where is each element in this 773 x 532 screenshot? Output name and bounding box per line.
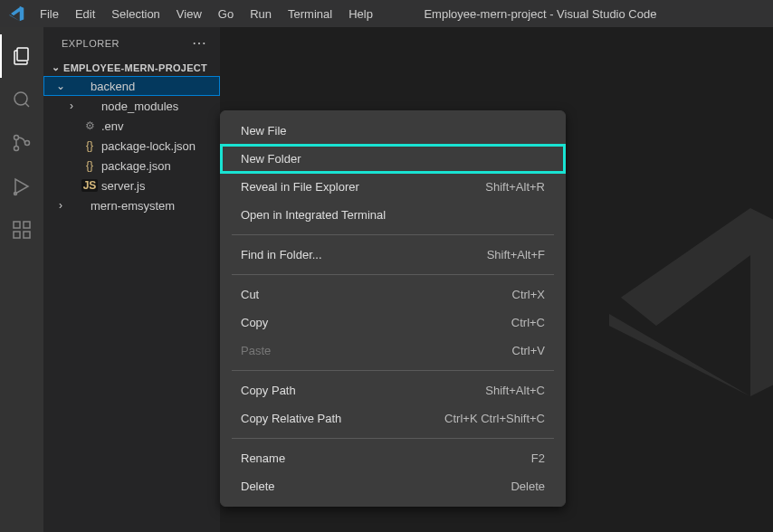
tree-item-package-lock-json[interactable]: {}package-lock.json bbox=[43, 136, 220, 156]
sidebar-title: EXPLORER bbox=[62, 38, 119, 49]
tree-item-mern-emsystem[interactable]: ›mern-emsystem bbox=[43, 195, 220, 215]
context-menu-label: New File bbox=[241, 124, 287, 138]
svg-point-3 bbox=[14, 147, 19, 151]
search-activity-icon[interactable] bbox=[0, 78, 43, 121]
tree-item-label: node_modules bbox=[101, 100, 178, 113]
explorer-activity-icon[interactable] bbox=[0, 34, 43, 78]
run-debug-activity-icon[interactable] bbox=[0, 165, 43, 208]
activity-bar bbox=[0, 27, 43, 532]
context-menu-label: Rename bbox=[241, 451, 285, 465]
context-menu-shortcut: Ctrl+X bbox=[512, 288, 545, 301]
context-menu-new-folder[interactable]: New Folder bbox=[221, 145, 565, 173]
context-menu-find-in-folder[interactable]: Find in Folder...Shift+Alt+F bbox=[221, 241, 565, 269]
context-menu-separator bbox=[232, 274, 554, 275]
explorer-sidebar: EXPLORER ⋯ ⌄ EMPLOYEE-MERN-PROJECT ⌄back… bbox=[43, 27, 220, 532]
context-menu-paste: PasteCtrl+V bbox=[221, 337, 565, 365]
context-menu-label: Copy Relative Path bbox=[241, 412, 341, 425]
chevron-icon: ⌄ bbox=[54, 80, 67, 92]
chevron-icon: › bbox=[54, 199, 67, 212]
context-menu-copy[interactable]: CopyCtrl+C bbox=[221, 309, 565, 337]
context-menu-label: Copy Path bbox=[241, 384, 296, 397]
context-menu-label: Find in Folder... bbox=[241, 248, 322, 261]
context-menu-shortcut: Shift+Alt+C bbox=[485, 384, 545, 397]
context-menu-cut[interactable]: CutCtrl+X bbox=[221, 280, 565, 309]
tree-item-backend[interactable]: ⌄backend bbox=[43, 76, 220, 96]
tree-item-server-js[interactable]: JSserver.js bbox=[43, 176, 220, 195]
menu-help[interactable]: Help bbox=[341, 4, 380, 24]
tree-item--env[interactable]: ⚙.env bbox=[43, 116, 220, 136]
sidebar-header: EXPLORER ⋯ bbox=[43, 27, 220, 59]
context-menu-shortcut: Shift+Alt+F bbox=[487, 248, 545, 261]
tree-item-label: .env bbox=[101, 119, 124, 133]
chevron-down-icon: ⌄ bbox=[49, 62, 63, 73]
vscode-watermark-icon bbox=[574, 185, 773, 423]
context-menu-shortcut: F2 bbox=[531, 451, 545, 465]
context-menu-label: Paste bbox=[241, 344, 271, 357]
menu-file[interactable]: File bbox=[33, 4, 66, 24]
tree-item-package-json[interactable]: {}package.json bbox=[43, 156, 220, 176]
source-control-activity-icon[interactable] bbox=[0, 121, 43, 165]
menu-go[interactable]: Go bbox=[211, 4, 241, 24]
chevron-icon: › bbox=[65, 100, 78, 112]
tree-item-label: package.json bbox=[101, 159, 171, 173]
more-actions-icon[interactable]: ⋯ bbox=[192, 34, 207, 52]
context-menu-separator bbox=[232, 234, 554, 235]
context-menu-label: Cut bbox=[241, 288, 259, 301]
svg-point-1 bbox=[14, 92, 27, 105]
file-tree: ⌄backend›node_modules⚙.env{}package-lock… bbox=[43, 76, 220, 215]
context-menu-rename[interactable]: RenameF2 bbox=[221, 444, 565, 472]
menu-run[interactable]: Run bbox=[243, 4, 279, 24]
context-menu-label: Copy bbox=[241, 316, 268, 329]
context-menu-label: Delete bbox=[241, 480, 275, 493]
titlebar: FileEditSelectionViewGoRunTerminalHelp E… bbox=[0, 0, 773, 27]
svg-rect-8 bbox=[24, 232, 30, 238]
menu-view[interactable]: View bbox=[169, 4, 209, 24]
json-icon: {} bbox=[81, 159, 98, 172]
context-menu-separator bbox=[232, 438, 554, 439]
context-menu-delete[interactable]: DeleteDelete bbox=[221, 472, 565, 500]
context-menu-label: Open in Integrated Terminal bbox=[241, 208, 386, 222]
js-icon: JS bbox=[81, 179, 98, 192]
tree-item-label: package-lock.json bbox=[101, 139, 196, 153]
context-menu-shortcut: Ctrl+K Ctrl+Shift+C bbox=[444, 412, 545, 425]
menu-selection[interactable]: Selection bbox=[104, 4, 167, 24]
project-name: EMPLOYEE-MERN-PROJECT bbox=[63, 62, 207, 73]
context-menu-label: New Folder bbox=[241, 152, 301, 166]
context-menu-open-in-integrated-terminal[interactable]: Open in Integrated Terminal bbox=[221, 201, 565, 229]
context-menu-shortcut: Shift+Alt+R bbox=[485, 180, 545, 194]
svg-point-2 bbox=[14, 136, 19, 140]
extensions-activity-icon[interactable] bbox=[0, 208, 43, 252]
project-header[interactable]: ⌄ EMPLOYEE-MERN-PROJECT bbox=[43, 59, 220, 76]
svg-rect-9 bbox=[24, 222, 30, 228]
context-menu-separator bbox=[232, 370, 554, 371]
tree-item-label: mern-emsystem bbox=[91, 199, 175, 213]
context-menu-shortcut: Ctrl+V bbox=[512, 344, 545, 357]
context-menu-label: Reveal in File Explorer bbox=[241, 180, 359, 194]
context-menu-reveal-in-file-explorer[interactable]: Reveal in File ExplorerShift+Alt+R bbox=[221, 173, 565, 201]
context-menu-shortcut: Ctrl+C bbox=[511, 316, 545, 329]
svg-rect-6 bbox=[14, 222, 20, 228]
json-icon: {} bbox=[81, 139, 98, 152]
vscode-logo-icon bbox=[0, 5, 33, 22]
svg-rect-7 bbox=[14, 232, 20, 238]
context-menu-copy-relative-path[interactable]: Copy Relative PathCtrl+K Ctrl+Shift+C bbox=[221, 404, 565, 432]
menu-edit[interactable]: Edit bbox=[68, 4, 102, 24]
context-menu-new-file[interactable]: New File bbox=[221, 117, 565, 145]
context-menu-copy-path[interactable]: Copy PathShift+Alt+C bbox=[221, 376, 565, 404]
menu-terminal[interactable]: Terminal bbox=[281, 4, 339, 24]
gear-icon: ⚙ bbox=[81, 119, 98, 132]
menu-bar: FileEditSelectionViewGoRunTerminalHelp bbox=[33, 4, 380, 24]
context-menu: New FileNew FolderReveal in File Explore… bbox=[220, 110, 566, 507]
tree-item-label: server.js bbox=[101, 179, 145, 193]
window-title: Employee-mern-project - Visual Studio Co… bbox=[380, 7, 773, 21]
tree-item-node-modules[interactable]: ›node_modules bbox=[43, 96, 220, 116]
tree-item-label: backend bbox=[91, 80, 135, 93]
svg-rect-0 bbox=[17, 48, 28, 61]
context-menu-shortcut: Delete bbox=[511, 480, 545, 493]
